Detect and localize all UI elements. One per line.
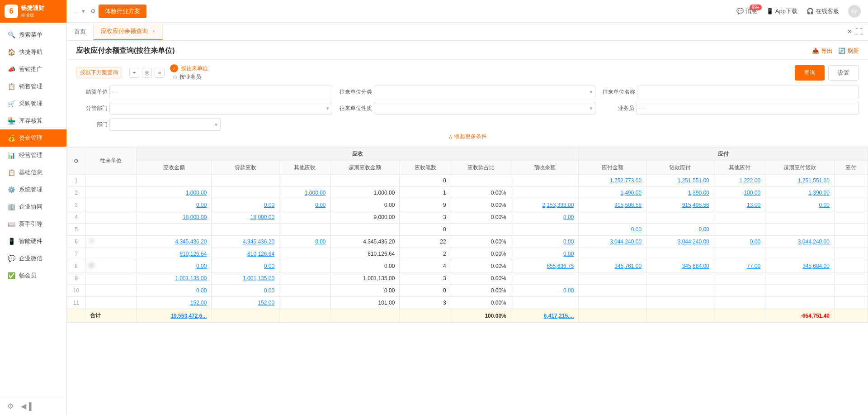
sidebar-item-enterprise[interactable]: 🏢 企业协同: [0, 198, 66, 215]
cell-link[interactable]: 0.00: [511, 285, 579, 297]
cell-link[interactable]: 345,684.00: [646, 260, 714, 272]
cell-link[interactable]: 1,252,773.00: [579, 175, 646, 187]
cell-link[interactable]: 3,044,240.00: [765, 236, 835, 248]
cell-link[interactable]: 1,251,551.00: [646, 175, 714, 187]
cell-link[interactable]: 915,495.56: [646, 199, 714, 211]
table-settings-icon[interactable]: ⚙: [74, 158, 79, 164]
sidebar-item-marketing[interactable]: 📣 营销推广: [0, 61, 66, 78]
filter-settings-btn[interactable]: ◎: [142, 68, 152, 78]
sidebar-item-purchase[interactable]: 🛒 采购管理: [0, 95, 66, 112]
tab-close-icon[interactable]: ×: [152, 29, 155, 34]
sidebar-item-member[interactable]: ✅ 畅会员: [0, 267, 66, 284]
cell-link[interactable]: 0.00: [137, 199, 212, 211]
cell-link[interactable]: 100.00: [714, 187, 765, 199]
tab-ar-ap-query[interactable]: 应收应付余额查询 ×: [94, 23, 163, 40]
cell-link[interactable]: 1,000.00: [137, 187, 212, 199]
tab-expand-btn[interactable]: ⛶: [855, 28, 863, 36]
sidebar-item-capital[interactable]: 💰 资金管理: [0, 129, 66, 147]
sidebar-item-sales[interactable]: 📋 销售管理: [0, 78, 66, 95]
query-button[interactable]: 查询: [795, 65, 825, 81]
sidebar-item-search-menu[interactable]: 🔍 搜索菜单: [0, 26, 66, 43]
filter-add-btn[interactable]: +: [129, 68, 139, 78]
cell-link[interactable]: 345,684.00: [765, 260, 835, 272]
th-settings[interactable]: ⚙: [67, 148, 85, 175]
message-btn[interactable]: 💬 消息 99+: [736, 7, 757, 15]
total-ar-prepay[interactable]: 6,417,215....: [511, 309, 579, 323]
cell-link[interactable]: 1,001,135.00: [212, 272, 279, 285]
cell-link[interactable]: 4,345,436.20: [137, 236, 212, 248]
sidebar-item-system[interactable]: ⚙️ 系统管理: [0, 181, 66, 198]
cell-link[interactable]: 1,390.00: [646, 187, 714, 199]
sidebar-item-smart-hw[interactable]: 📱 智能硬件: [0, 233, 66, 250]
th-ap-overdue: 超期应付货款: [765, 161, 835, 175]
tab-home[interactable]: 首页: [67, 23, 94, 40]
cell-link[interactable]: 18,000.00: [137, 211, 212, 224]
cell-link[interactable]: 0.00: [279, 236, 330, 248]
filter-dept-manager: 分管部门 ▼: [76, 102, 332, 114]
cell-link[interactable]: 3,044,240.00: [646, 236, 714, 248]
unit-category-select[interactable]: ▼: [374, 86, 596, 98]
unit-name-input[interactable]: [637, 86, 859, 98]
cell-link[interactable]: 0.00: [646, 224, 714, 236]
cell-link[interactable]: 0.00: [579, 224, 646, 236]
user-menu[interactable]: Rit: [848, 5, 861, 18]
cell-link[interactable]: 13.00: [714, 199, 765, 211]
online-service-btn[interactable]: 🎧 在线客服: [807, 7, 839, 15]
cell-link[interactable]: 915,508.56: [579, 199, 646, 211]
sidebar-item-corp-wechat[interactable]: 💬 企业微信: [0, 250, 66, 267]
cell-link[interactable]: 0.00: [765, 199, 835, 211]
settings-button[interactable]: 设置: [828, 65, 859, 81]
query-by-unit[interactable]: ✓ 按往来单位: [170, 64, 208, 72]
salesman-select[interactable]: ···: [636, 102, 859, 114]
cell-link[interactable]: 152.00: [212, 297, 279, 309]
gear-btn[interactable]: ⚙: [90, 8, 96, 14]
cell-link[interactable]: 1,001,135.00: [137, 272, 212, 285]
cell-link[interactable]: 0.00: [212, 199, 279, 211]
app-download-btn[interactable]: 📱 App下载: [766, 7, 797, 15]
cell-link[interactable]: 1,390.00: [765, 187, 835, 199]
cell-link[interactable]: 1,222.00: [714, 175, 765, 187]
cell-link[interactable]: 0.00: [212, 260, 279, 272]
collapse-bar[interactable]: ∧ 收起更多条件: [76, 131, 859, 144]
solution-button[interactable]: 体验行业方案: [99, 5, 146, 18]
cell-link[interactable]: 810,126.64: [212, 248, 279, 260]
cell-link[interactable]: 0.00: [137, 260, 212, 272]
cell-link[interactable]: 655,636.75: [511, 260, 579, 272]
sidebar-item-basic-info[interactable]: 📋 基础信息: [0, 164, 66, 181]
table-container[interactable]: ⚙ 往来单位 应收 应付 应收金额 贷款应收 其他应收 超期应收金额 应收笔数 …: [67, 147, 868, 415]
refresh-btn[interactable]: 🔄 刷新: [838, 47, 859, 55]
cell-link[interactable]: 810,126.64: [137, 248, 212, 260]
dept-manager-select[interactable]: ▼: [109, 102, 332, 114]
sidebar-item-operations[interactable]: 📊 经营管理: [0, 147, 66, 164]
settlement-unit-select[interactable]: ···: [109, 86, 332, 98]
sidebar-item-inventory[interactable]: 🏪 库存核算: [0, 112, 66, 129]
cell-link[interactable]: 1,251,551.00: [765, 175, 835, 187]
export-btn[interactable]: 📤 导出: [812, 47, 833, 55]
total-ar-amount[interactable]: 19,553,472,6...: [137, 309, 212, 323]
cell-link[interactable]: 3,044,240.00: [579, 236, 646, 248]
collapse-icon[interactable]: ◀▐: [21, 402, 31, 410]
cell-link[interactable]: 0.00: [511, 248, 579, 260]
cell-link[interactable]: 152.00: [137, 297, 212, 309]
cell-link[interactable]: 2,153,333.00: [511, 199, 579, 211]
filter-collapse-btn[interactable]: «: [155, 68, 165, 78]
sidebar-item-guide[interactable]: 📖 新手引导: [0, 215, 66, 233]
cell-link[interactable]: 1,000.00: [279, 187, 330, 199]
sidebar-item-quick-nav[interactable]: 🏠 快捷导航: [0, 43, 66, 61]
cell-link[interactable]: 0.00: [714, 236, 765, 248]
dept-select[interactable]: ▼: [109, 118, 221, 131]
cell-link[interactable]: 345,761.00: [579, 260, 646, 272]
cell-link[interactable]: 0.00: [511, 211, 579, 224]
cell-link[interactable]: 0.00: [279, 199, 330, 211]
cell-link[interactable]: 0.00: [212, 285, 279, 297]
cell-link[interactable]: 0.00: [137, 285, 212, 297]
cell-link[interactable]: 4,345,436.20: [212, 236, 279, 248]
cell-link[interactable]: 77.00: [714, 260, 765, 272]
cell-link[interactable]: 0.00: [511, 236, 579, 248]
tab-close-all-btn[interactable]: ×: [848, 28, 852, 36]
unit-nature-select[interactable]: ▼: [374, 102, 596, 114]
cell-link[interactable]: 18,000.00: [212, 211, 279, 224]
settings-icon[interactable]: ⚙: [7, 402, 14, 410]
cell-link[interactable]: 1,490.00: [579, 187, 646, 199]
query-by-salesman[interactable]: 按业务员: [171, 73, 208, 81]
